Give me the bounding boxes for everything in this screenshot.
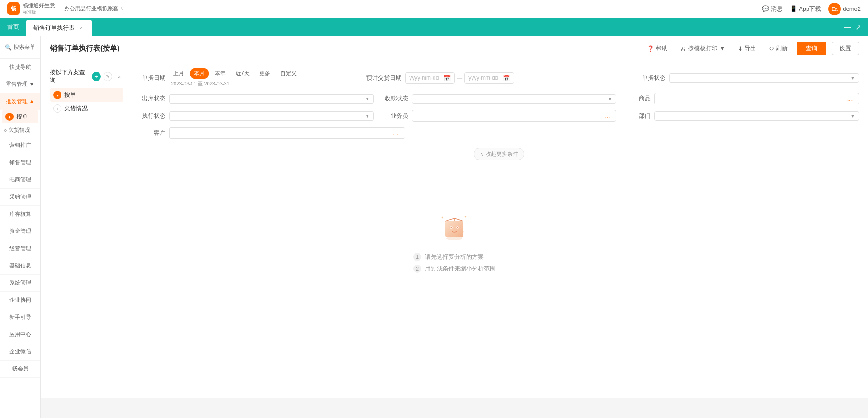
sidebar-item-purchase[interactable]: 采购管理 xyxy=(0,189,40,206)
app-icon: 📱 xyxy=(790,5,797,12)
scheme-item-by-order[interactable]: ● 按单 xyxy=(50,88,123,102)
date-label: 单据日期 xyxy=(138,74,165,82)
main-layout: 🔍 搜索菜单 快捷导航 零售管理 ▼ 批发管理 ▲ ● 按单 ○ 欠货情况 营销… xyxy=(0,36,868,418)
salesman-select[interactable]: … xyxy=(412,110,617,122)
logo-text: 畅捷通好生意 xyxy=(23,2,55,9)
export-label: 导出 xyxy=(745,44,756,52)
filter-row-4: 客户 … xyxy=(138,127,859,139)
tab-close-icon[interactable]: × xyxy=(77,24,85,32)
sidebar-item-system[interactable]: 系统管理 xyxy=(0,275,40,292)
tab-active[interactable]: 销售订单执行表 × xyxy=(26,20,92,36)
search-menu-label: 搜索菜单 xyxy=(14,43,35,51)
customer-select[interactable]: … xyxy=(169,127,405,139)
tab-home[interactable]: 首页 xyxy=(0,18,26,36)
tab-minimize-button[interactable]: — xyxy=(844,23,851,31)
user-menu[interactable]: Ea demo2 xyxy=(828,3,861,15)
sidebar-item-quick-nav[interactable]: 快捷导航 xyxy=(0,59,40,76)
date-btn-custom[interactable]: 自定义 xyxy=(276,68,301,79)
salesman-label: 业务员 xyxy=(381,112,408,120)
customer-ellipsis-icon[interactable]: … xyxy=(391,129,401,137)
payment-status-select[interactable]: ▼ xyxy=(412,94,617,104)
sidebar-item-finance[interactable]: 资金管理 xyxy=(0,223,40,240)
date-field: 单据日期 上月 本月 本年 近7天 更多 自定义 2023-03-01 至 20… xyxy=(138,68,359,87)
search-menu-button[interactable]: 🔍 搜索菜单 xyxy=(4,40,37,55)
app-download-button[interactable]: 📱 App下载 xyxy=(790,5,821,13)
refresh-icon: ↻ xyxy=(769,45,774,52)
date-btn-this-month[interactable]: 本月 xyxy=(190,68,209,79)
exec-status-label: 执行状态 xyxy=(138,112,165,120)
by-order-scheme-icon: ● xyxy=(53,91,61,99)
sidebar-item-operations[interactable]: 经营管理 xyxy=(0,240,40,257)
empty-illustration: ✦ ✦ ✦ xyxy=(436,208,472,244)
logo-area: 畅 畅捷通好生意 标准版 xyxy=(7,2,55,15)
sidebar-item-app-center[interactable]: 应用中心 xyxy=(0,326,40,343)
export-button[interactable]: ⬇ 导出 xyxy=(734,43,760,54)
scheme-item-shortage[interactable]: ○ 欠货情况 xyxy=(50,102,123,115)
print-button[interactable]: 🖨 按模板打印 ▼ xyxy=(677,43,729,54)
date-btn-last-month[interactable]: 上月 xyxy=(169,68,188,79)
add-scheme-button[interactable]: + xyxy=(92,72,100,81)
sidebar-item-shortage[interactable]: ○ 欠货情况 xyxy=(0,123,40,137)
sidebar-item-cooperation[interactable]: 企业协同 xyxy=(0,292,40,309)
shortage-label: 欠货情况 xyxy=(9,126,30,134)
sidebar-item-newbie[interactable]: 新手引导 xyxy=(0,309,40,326)
sidebar-item-by-order[interactable]: ● 按单 xyxy=(2,110,38,123)
settings-button[interactable]: 设置 xyxy=(832,42,859,55)
empty-state: ✦ ✦ ✦ 1 请先选择要分析的方案 2 用过滤条件来缩小分析范围 xyxy=(41,171,868,313)
expected-date-end-input[interactable]: yyyy-mm-dd 📅 xyxy=(464,72,514,84)
sidebar-item-retail[interactable]: 零售管理 ▼ xyxy=(0,76,40,93)
tab-bar: 首页 销售订单执行表 × — ⤢ xyxy=(0,18,868,36)
edit-scheme-button[interactable]: ✎ xyxy=(104,72,112,81)
message-button[interactable]: 💬 消息 xyxy=(762,5,783,13)
avatar: Ea xyxy=(828,3,841,15)
filter-row-3: 执行状态 ▼ 业务员 … xyxy=(138,110,859,122)
wholesale-label: 批发管理 xyxy=(6,98,28,104)
date-btn-7days[interactable]: 近7天 xyxy=(231,68,254,79)
sidebar-item-inventory[interactable]: 库存核算 xyxy=(0,206,40,223)
svg-rect-0 xyxy=(445,221,463,237)
sidebar-item-wholesale[interactable]: 批发管理 ▲ xyxy=(0,93,40,110)
status-select[interactable]: ▼ xyxy=(669,73,859,83)
stock-status-select[interactable]: ▼ xyxy=(169,94,374,104)
page-header: 销售订单执行表(按单) ❓ 帮助 🖨 按模板打印 ▼ ⬇ 导出 ↻ 刷新 xyxy=(41,36,868,61)
expected-date-start-input[interactable]: yyyy-mm-dd 📅 xyxy=(405,72,455,84)
date-range-inputs: yyyy-mm-dd 📅 — yyyy-mm-dd 📅 xyxy=(405,72,514,84)
logo-sub: 标准版 xyxy=(23,9,55,15)
goods-ellipsis-icon[interactable]: … xyxy=(845,95,855,102)
goods-select[interactable]: … xyxy=(654,93,859,104)
sidebar-item-member[interactable]: 畅会员 xyxy=(0,361,40,378)
refresh-button[interactable]: ↻ 刷新 xyxy=(765,43,791,54)
collapse-scheme-button[interactable]: « xyxy=(115,72,123,81)
empty-tip-2: 2 用过滤条件来缩小分析范围 xyxy=(413,265,495,273)
help-button[interactable]: ❓ 帮助 xyxy=(643,43,671,54)
sidebar-item-marketing[interactable]: 营销推广 xyxy=(0,137,40,154)
query-button[interactable]: 查询 xyxy=(797,42,826,55)
calendar-end-icon: 📅 xyxy=(503,75,510,81)
sidebar-item-sales[interactable]: 销售管理 xyxy=(0,154,40,171)
main-content: ✦ ✦ ✦ 1 请先选择要分析的方案 2 用过滤条件来缩小分析范围 xyxy=(41,171,868,398)
collapse-button[interactable]: ∧ 收起更多条件 xyxy=(474,148,524,160)
dept-label: 部门 xyxy=(623,112,651,120)
help-label: 帮助 xyxy=(656,44,668,52)
exec-status-select[interactable]: ▼ xyxy=(169,111,374,121)
sidebar-item-wechat[interactable]: 企业微信 xyxy=(0,343,40,361)
filter-row-1: 单据日期 上月 本月 本年 近7天 更多 自定义 2023-03-01 至 20… xyxy=(138,68,859,87)
tip-num-1: 1 xyxy=(413,253,421,261)
sidebar-item-ecommerce[interactable]: 电商管理 xyxy=(0,171,40,189)
expected-date-field: 预计交货日期 yyyy-mm-dd 📅 — yyyy-mm-dd 📅 xyxy=(366,72,631,84)
tab-maximize-button[interactable]: ⤢ xyxy=(855,23,861,32)
customer-field: 客户 … xyxy=(138,127,405,139)
expected-date-end-placeholder: yyyy-mm-dd xyxy=(468,75,498,81)
breadcrumb-arrow-icon: ∨ xyxy=(120,5,124,12)
salesman-ellipsis-icon[interactable]: … xyxy=(602,112,612,119)
search-icon: 🔍 xyxy=(5,44,12,51)
dept-select[interactable]: ▼ xyxy=(654,111,859,121)
date-btn-more[interactable]: 更多 xyxy=(255,68,274,79)
sidebar-item-basics[interactable]: 基础信息 xyxy=(0,257,40,275)
date-btn-this-year[interactable]: 本年 xyxy=(211,68,230,79)
filter-panel-inner: 按以下方案查询 + ✎ « ● 按单 ○ 欠货情况 xyxy=(50,68,859,164)
retail-label: 零售管理 xyxy=(6,81,28,87)
collapse-row: ∧ 收起更多条件 xyxy=(138,144,859,164)
empty-tips: 1 请先选择要分析的方案 2 用过滤条件来缩小分析范围 xyxy=(413,253,495,276)
breadcrumb[interactable]: 办公用品行业模拟账套 ∨ xyxy=(64,5,124,13)
